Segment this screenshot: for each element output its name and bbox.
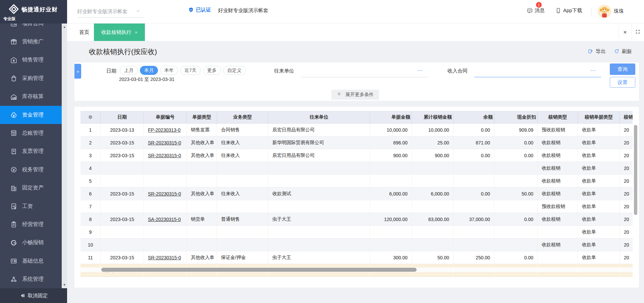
table-row-6[interactable]: 62023-03-15SR-20230315-0其他收入单往来收入收款测试6,0… <box>80 187 633 200</box>
sidebar-item-8[interactable]: 发票管理 <box>0 142 62 161</box>
contract-input[interactable] <box>474 64 601 77</box>
partner-picker-icon[interactable]: ⋯ <box>417 67 423 74</box>
refresh-button[interactable]: 刷新 <box>614 48 632 55</box>
table-cell <box>101 175 144 187</box>
table-row-8[interactable]: 82023-03-15SA-20230315-0销货单普通销售虫子大王120,0… <box>80 213 633 226</box>
table-cell: 900.00 <box>370 149 412 162</box>
calculator-icon <box>10 129 17 137</box>
sidebar-item-7[interactable]: 总账管理 <box>0 124 62 142</box>
partner-input[interactable] <box>301 64 428 77</box>
table-row-10[interactable]: 10收款核销收款单20 <box>80 239 633 251</box>
sidebar-item-11[interactable]: 工资 <box>0 197 62 215</box>
tab-receipt-settlement[interactable]: 收款核销执行 × <box>94 24 145 41</box>
row-number: 11 <box>80 251 101 264</box>
table-cell: 0.00 <box>494 136 538 149</box>
avatar[interactable] <box>598 5 611 18</box>
column-header-5: 往来单位 <box>268 111 370 123</box>
table-cell <box>268 175 370 187</box>
gear-icon <box>88 114 93 120</box>
sidebar-item-6[interactable]: 资金管理 <box>0 106 62 124</box>
table-cell: 20 <box>620 162 633 174</box>
table-cell[interactable]: SR-20230315-0 <box>144 187 187 200</box>
table-cell <box>370 239 412 251</box>
close-pane-button[interactable]: × <box>619 24 631 41</box>
table-row-11[interactable]: 112023-03-15SR-20230315-0其他收入单保证金/押金虫子大王… <box>80 251 633 264</box>
table-cell <box>370 162 412 174</box>
table-cell[interactable]: SR-20230315-0 <box>144 136 187 149</box>
table-cell: 其他收入单 <box>187 251 217 264</box>
sidebar-item-9[interactable]: 税务管理 <box>0 161 62 179</box>
table-cell: 收款单 <box>578 239 620 251</box>
scroll-up-icon[interactable]: ▲ <box>62 24 67 30</box>
home-dollar-icon <box>10 56 17 64</box>
table-cell: 0.00 <box>494 213 538 225</box>
table-cell: 20 <box>620 200 633 213</box>
sidebar-item-label: 总账管理 <box>22 130 44 137</box>
date-pill-更多[interactable]: 更多 <box>203 66 221 75</box>
filter-collapse-button[interactable]: » <box>74 64 81 79</box>
date-pill-本年[interactable]: 本年 <box>160 66 178 75</box>
date-pill-上月[interactable]: 上月 <box>120 66 138 75</box>
horizontal-scrollbar-thumb[interactable] <box>101 268 417 272</box>
row-number: 5 <box>80 175 101 187</box>
contract-picker-icon[interactable]: ⋯ <box>590 67 596 74</box>
expand-more-conditions-button[interactable]: 展开更多条件 <box>331 90 379 100</box>
date-pill-自定义[interactable]: 自定义 <box>223 66 246 75</box>
table-row-9[interactable]: 9收款单20 <box>80 226 633 239</box>
export-icon <box>588 48 594 55</box>
table-cell[interactable]: SA-20230315-0 <box>144 213 187 225</box>
table-cell: 收款单 <box>578 200 620 213</box>
chevron-down-icon[interactable] <box>136 9 141 13</box>
sidebar-item-10[interactable]: 固定资产 <box>0 179 62 197</box>
table-row-3[interactable]: 32023-03-15SR-20230315-0其他收入单往来收入辰宏日用品有限… <box>80 149 633 162</box>
table-cell <box>494 239 538 251</box>
filter-panel: » 日期 上月本月本年近7天更多自定义 2023-03-01 至 2023-03… <box>74 62 639 101</box>
fullscreen-button[interactable] <box>631 24 644 41</box>
sidebar-item-5[interactable]: 库存核算 <box>0 88 62 106</box>
shield-check-icon <box>188 7 194 13</box>
tab-home[interactable]: 首页 <box>74 24 94 41</box>
export-button[interactable]: 导出 <box>588 48 606 55</box>
table-cell[interactable]: SR-20230315-0 <box>144 251 187 264</box>
sidebar-item-4[interactable]: 采购管理 <box>0 69 62 87</box>
vertical-scrollbar-thumb[interactable] <box>634 125 637 215</box>
table-cell <box>453 200 494 213</box>
app-download-button[interactable]: App下载 <box>555 7 582 14</box>
account-set-name: 好业财专业版演示帐套 <box>218 7 268 14</box>
search-button[interactable]: 查询 <box>610 63 635 75</box>
table-row-2[interactable]: 22023-03-15SR-20230315-0其他收入单往来收入新华明国际贸易… <box>80 136 633 149</box>
column-header-7: 累计核销金额 <box>412 111 453 123</box>
settings-button[interactable]: 设置 <box>610 77 635 88</box>
sidebar-scrollbar[interactable]: ▲ ▼ <box>62 24 67 288</box>
sidebar-item-3[interactable]: 销售管理 <box>0 51 62 69</box>
table-row-7[interactable]: 7预收款核销收款单20 <box>80 200 633 213</box>
table-cell: 收款单 <box>578 187 620 200</box>
sidebar-item-14[interactable]: 基础信息 <box>0 252 62 270</box>
sidebar-item-2[interactable]: 营销推广 <box>0 33 62 51</box>
sidebar-item-12[interactable]: 经营管理 <box>0 215 62 233</box>
table-cell <box>538 226 578 238</box>
table-cell[interactable]: SR-20230315-0 <box>144 149 187 162</box>
table-cell <box>453 226 494 238</box>
tab-home-label: 首页 <box>79 29 89 36</box>
verified-badge: 已认证 <box>188 7 211 13</box>
messages-button[interactable]: 消息 <box>527 7 545 14</box>
table-row-5[interactable]: 5收款核销收款单20 <box>80 175 633 187</box>
account-set-dropdown[interactable]: 好业财专业版演示帐套 <box>77 6 144 17</box>
export-label: 导出 <box>596 48 606 55</box>
sidebar-item-13[interactable]: 小畅报销 <box>0 234 62 252</box>
sidebar-item-15[interactable]: 系统管理 <box>0 270 62 288</box>
table-cell <box>144 226 187 238</box>
tab-close-icon[interactable]: × <box>135 30 138 35</box>
column-settings-button[interactable] <box>80 111 101 123</box>
table-row-4[interactable]: 4收款核销收款单20 <box>80 162 633 175</box>
date-pill-近7天[interactable]: 近7天 <box>180 66 201 75</box>
unpin-sidebar-button[interactable]: 取消固定 <box>0 288 67 303</box>
table-row-1[interactable]: 12023-03-13FP-20230313-0销售发票合同销售辰宏日用品有限公… <box>80 124 633 136</box>
table-cell[interactable]: FP-20230313-0 <box>144 124 187 136</box>
horizontal-scrollbar[interactable] <box>80 267 633 272</box>
table-cell <box>538 251 578 264</box>
scroll-down-icon[interactable]: ▼ <box>62 282 67 288</box>
table-cell <box>217 200 268 213</box>
date-pill-本月[interactable]: 本月 <box>140 66 158 75</box>
